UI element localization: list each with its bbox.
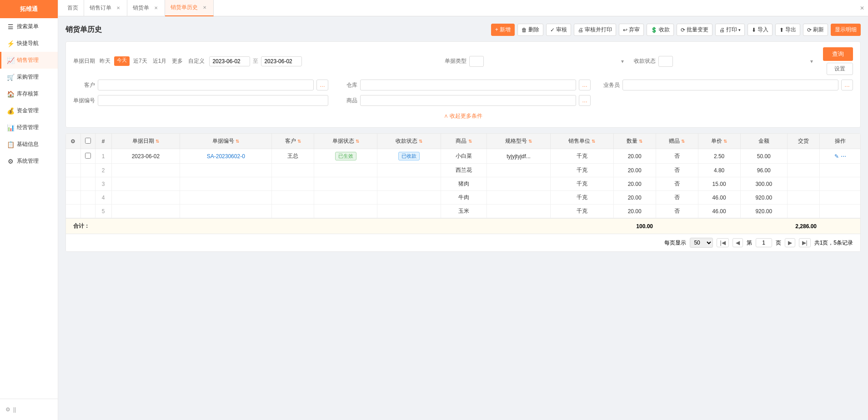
sidebar-bottom-settings[interactable]: ⚙ || xyxy=(0,403,58,416)
sidebar-item-quick-nav[interactable]: ⚡ 快捷导航 xyxy=(0,35,58,52)
doc-no-input[interactable] xyxy=(98,95,328,106)
cell-goods: 小白菜 xyxy=(441,149,487,164)
collect-icon: 💲 xyxy=(651,27,657,33)
tab-sales-order[interactable]: 销售订单 ✕ xyxy=(84,0,127,16)
sidebar-item-finance[interactable]: 💰 资金管理 xyxy=(0,102,58,119)
collect-button[interactable]: 💲 收款 xyxy=(647,24,674,36)
th-collect-status[interactable]: 收款状态 ⇅ xyxy=(377,134,441,149)
filter-date: 单据日期 昨天 今天 近7天 近1月 更多 自定义 至 xyxy=(73,56,437,66)
refresh-button[interactable]: ⟳ 刷新 xyxy=(803,24,828,36)
shortcut-custom[interactable]: 自定义 xyxy=(186,56,206,66)
edit-link[interactable]: ✎ xyxy=(834,153,839,160)
salesman-ellipsis[interactable]: … xyxy=(841,80,853,90)
sidebar-item-label: 采购管理 xyxy=(17,73,39,81)
collect-status-select-wrap xyxy=(658,56,816,67)
page-input[interactable] xyxy=(756,238,772,247)
tab-sales-goods[interactable]: 销货单 ✕ xyxy=(127,0,165,16)
page-header: 销货单历史 + 新增 🗑 删除 ✓ 审核 🖨 审核并打印 ↩ 弃审 xyxy=(65,24,861,36)
th-goods[interactable]: 商品 ⇅ xyxy=(441,134,487,149)
tab-close-sales-goods[interactable]: ✕ xyxy=(153,5,159,11)
tab-home[interactable]: 首页 xyxy=(62,0,84,16)
th-customer[interactable]: 客户 ⇅ xyxy=(272,134,314,149)
sidebar-item-purchase[interactable]: 🛒 采购管理 xyxy=(0,69,58,85)
show-detail-button[interactable]: 显示明细 xyxy=(831,24,861,36)
per-page-select[interactable]: 50 100 xyxy=(690,238,713,248)
th-doc-date[interactable]: 单据日期 ⇅ xyxy=(111,134,180,149)
export-button[interactable]: ⬆ 导出 xyxy=(775,24,800,36)
sidebar-item-inventory[interactable]: 🏠 库存核算 xyxy=(0,85,58,102)
date-to-input[interactable] xyxy=(261,56,302,66)
query-button[interactable]: 查询 xyxy=(823,47,853,61)
doc-no-link[interactable]: SA-20230602-0 xyxy=(207,153,245,160)
th-unit[interactable]: 销售单位 ⇅ xyxy=(550,134,613,149)
warehouse-input[interactable] xyxy=(360,80,576,90)
cell-action xyxy=(820,164,860,177)
select-all-checkbox[interactable] xyxy=(85,138,91,144)
tab-close-sales-history[interactable]: ✕ xyxy=(201,5,208,10)
shortcut-7days[interactable]: 近7天 xyxy=(131,56,149,66)
first-page-button[interactable]: |◀ xyxy=(717,238,728,247)
delete-button[interactable]: 🗑 删除 xyxy=(517,24,543,36)
print-icon: 🖨 xyxy=(719,27,725,33)
th-gift[interactable]: 赠品 ⇅ xyxy=(656,134,698,149)
sidebar-logo: 拓维通 xyxy=(0,0,58,18)
print-button[interactable]: 🖨 打印 ▾ xyxy=(715,24,745,36)
cell-collect-status xyxy=(377,164,441,177)
sidebar-item-operations[interactable]: 📊 经营管理 xyxy=(0,119,58,136)
shortcut-1month[interactable]: 近1月 xyxy=(151,56,169,66)
close-all-icon[interactable]: ✕ xyxy=(860,5,864,11)
prev-page-button[interactable]: ◀ xyxy=(733,238,743,247)
customer-ellipsis[interactable]: … xyxy=(316,80,328,90)
th-qty[interactable]: 数量 ⇅ xyxy=(613,134,656,149)
goods-ellipsis[interactable]: … xyxy=(579,95,591,106)
row-checkbox[interactable] xyxy=(85,153,91,159)
last-page-button[interactable]: ▶| xyxy=(799,238,811,247)
sort-doc-no-icon: ⇅ xyxy=(236,139,239,144)
sales-icon: 📈 xyxy=(7,57,14,64)
th-doc-status-label: 单据状态 xyxy=(332,138,354,144)
import-button[interactable]: ⬇ 导入 xyxy=(748,24,773,36)
refresh-icon: ⟳ xyxy=(807,27,812,33)
shortcut-today[interactable]: 今天 xyxy=(114,56,130,66)
new-button[interactable]: + 新增 xyxy=(491,24,515,36)
status-badge: 已生效 xyxy=(335,152,356,160)
collect-status-select[interactable] xyxy=(658,56,673,67)
tab-close-sales-order[interactable]: ✕ xyxy=(115,5,121,11)
th-settings[interactable]: ⚙ xyxy=(66,134,80,149)
shortcut-yesterday[interactable]: 昨天 xyxy=(98,56,112,66)
salesman-label: 业务员 xyxy=(598,81,620,89)
more-link[interactable]: ⋯ xyxy=(841,153,846,160)
approve-print-button[interactable]: 🖨 审核并打印 xyxy=(574,24,616,36)
batch-change-button[interactable]: ⟳ 批量变更 xyxy=(677,24,712,36)
cell-collect-status xyxy=(377,191,441,205)
set-button[interactable]: 设置 xyxy=(827,63,853,75)
salesman-input[interactable] xyxy=(622,80,838,90)
sort-unit-icon: ⇅ xyxy=(592,139,595,144)
cell-action xyxy=(820,205,860,218)
th-spec[interactable]: 规格型号 ⇅ xyxy=(487,134,550,149)
customer-input[interactable] xyxy=(98,80,314,90)
th-doc-no[interactable]: 单据编号 ⇅ xyxy=(180,134,272,149)
doc-type-select[interactable] xyxy=(469,56,484,67)
filter-doc-no: 单据编号 xyxy=(73,95,328,106)
sidebar-item-search-menu[interactable]: ☰ 搜索菜单 xyxy=(0,18,58,35)
cell-gift: 否 xyxy=(656,205,698,218)
abandon-button[interactable]: ↩ 弃审 xyxy=(619,24,644,36)
goods-filter-input[interactable] xyxy=(360,95,576,106)
next-page-button[interactable]: ▶ xyxy=(785,238,795,247)
sidebar-item-sales[interactable]: 📈 销售管理 xyxy=(0,52,58,69)
tab-sales-history[interactable]: 销货单历史 ✕ xyxy=(165,0,214,16)
th-price[interactable]: 单价 ⇅ xyxy=(698,134,740,149)
sidebar-item-base-info[interactable]: 📋 基础信息 xyxy=(0,136,58,153)
th-doc-status[interactable]: 单据状态 ⇅ xyxy=(314,134,377,149)
date-from-input[interactable] xyxy=(209,56,250,66)
cell-spec xyxy=(487,191,550,205)
approve-button[interactable]: ✓ 审核 xyxy=(546,24,571,36)
collapse-bar[interactable]: ∧ 收起更多条件 xyxy=(73,110,853,122)
approve-print-icon: 🖨 xyxy=(578,27,583,33)
shortcut-more[interactable]: 更多 xyxy=(170,56,185,66)
cell-trade xyxy=(787,164,819,177)
warehouse-ellipsis[interactable]: … xyxy=(579,80,591,90)
sidebar-item-sys-mgmt[interactable]: ⚙ 系统管理 xyxy=(0,153,58,170)
cell-goods: 猪肉 xyxy=(441,177,487,191)
